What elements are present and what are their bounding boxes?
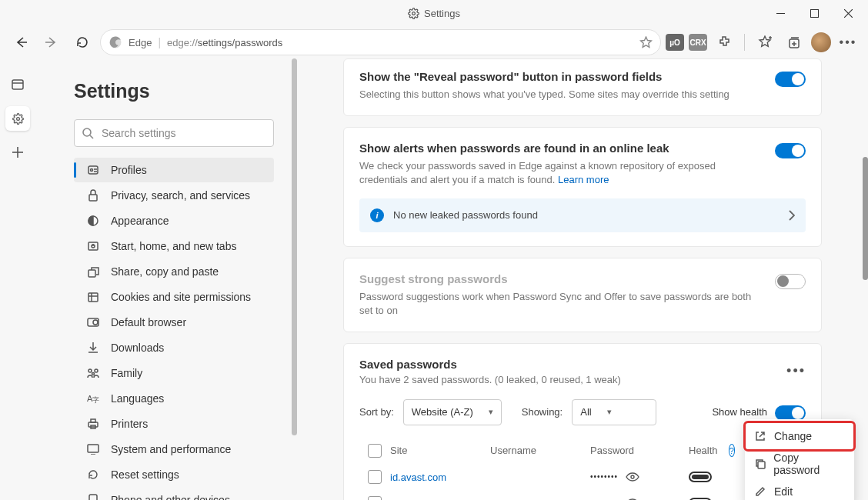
browser-icon — [86, 316, 100, 328]
lock-icon — [86, 189, 100, 202]
health-icon — [689, 472, 712, 482]
sidebar-heading: Settings — [74, 80, 274, 102]
tab-actions-button[interactable] — [5, 72, 30, 97]
tab-settings[interactable] — [5, 106, 30, 131]
svg-rect-39 — [88, 445, 98, 452]
content-scrollbar[interactable] — [863, 157, 868, 280]
address-label: Edge — [129, 37, 152, 48]
help-icon[interactable]: ? — [729, 444, 735, 457]
menu-change[interactable]: Change — [745, 422, 854, 450]
svg-point-43 — [631, 475, 634, 478]
menu-edit[interactable]: Edit — [745, 478, 854, 500]
sidebar-item-start[interactable]: Start, home, and new tabs — [74, 234, 274, 258]
cookie-icon — [86, 291, 100, 303]
refresh-button[interactable] — [69, 29, 95, 55]
learn-more-link[interactable]: Learn more — [558, 174, 609, 185]
sidebar-item-printers[interactable]: Printers — [74, 412, 274, 436]
show-health-toggle[interactable] — [775, 405, 806, 421]
edit-icon — [754, 486, 766, 497]
favorites-button[interactable] — [753, 30, 777, 55]
sidebar-item-phone[interactable]: Phone and other devices — [74, 488, 274, 500]
svg-rect-2 — [810, 9, 818, 17]
menu-copy-password[interactable]: Copy password — [745, 450, 854, 478]
ext-ublock-icon[interactable]: µO — [666, 34, 684, 51]
svg-point-31 — [88, 369, 92, 372]
sidebar-item-share[interactable]: Share, copy and paste — [74, 259, 274, 284]
suggest-title: Suggest strong passwords — [359, 272, 763, 285]
reset-icon — [86, 468, 100, 481]
showing-select[interactable]: All ▾ — [572, 399, 656, 425]
reveal-toggle[interactable] — [775, 72, 806, 87]
collections-button[interactable] — [782, 30, 806, 55]
sidebar-item-cookies[interactable]: Cookies and site permissions — [74, 285, 274, 309]
saved-more-button[interactable]: ••• — [786, 363, 806, 379]
eye-icon[interactable] — [626, 472, 639, 482]
saved-summary: You have 2 saved passwords. (0 leaked, 0… — [359, 374, 621, 385]
leak-banner[interactable]: i No new leaked passwords found — [359, 198, 806, 232]
suggest-toggle — [775, 274, 806, 289]
close-button[interactable] — [831, 0, 865, 26]
svg-point-0 — [412, 12, 416, 15]
svg-line-17 — [90, 135, 93, 138]
favorite-icon[interactable] — [639, 36, 653, 49]
row-checkbox[interactable] — [368, 496, 382, 500]
maximize-button[interactable] — [797, 0, 831, 26]
sort-select[interactable]: Website (A-Z) ▾ — [403, 399, 502, 425]
sidebar-item-system[interactable]: System and performance — [74, 437, 274, 462]
sidebar-item-downloads[interactable]: Downloads — [74, 335, 274, 360]
chevron-down-icon: ▾ — [607, 407, 612, 417]
printer-icon — [86, 418, 100, 430]
phone-icon — [86, 494, 100, 500]
svg-rect-1 — [776, 13, 785, 14]
toolbar: Edge | edge://settings/passwords µO CRX … — [0, 26, 868, 58]
svg-point-19 — [91, 169, 93, 172]
content-area: Show the "Reveal password" button in pas… — [297, 58, 868, 500]
new-tab-button[interactable] — [5, 140, 30, 165]
address-url: edge://settings/passwords — [167, 37, 282, 48]
leak-toggle[interactable] — [775, 143, 806, 158]
more-button[interactable]: ••• — [836, 30, 860, 55]
svg-rect-36 — [88, 422, 98, 427]
address-bar[interactable]: Edge | edge://settings/passwords — [100, 29, 661, 55]
extensions-button[interactable] — [712, 30, 736, 55]
forward-button[interactable] — [38, 29, 65, 55]
suggest-sub: Password suggestions work when Password … — [359, 290, 763, 318]
reveal-sub: Selecting this button shows what you've … — [359, 88, 763, 102]
sidebar-item-appearance[interactable]: Appearance — [74, 208, 274, 233]
context-menu: Change Copy password Edit — [745, 419, 854, 500]
info-icon: i — [370, 208, 384, 222]
row-checkbox[interactable] — [368, 470, 382, 484]
profile-icon — [86, 164, 100, 176]
svg-point-30 — [93, 320, 98, 325]
password-table: Site Username Password Health? id.avast.… — [359, 438, 806, 500]
sidebar-item-privacy[interactable]: Privacy, search, and services — [74, 183, 274, 208]
leak-title: Show alerts when passwords are found in … — [359, 142, 763, 155]
system-icon — [86, 444, 100, 455]
search-input[interactable]: Search settings — [74, 119, 274, 147]
svg-rect-11 — [12, 80, 23, 89]
search-icon — [82, 128, 94, 139]
window-title: Settings — [424, 8, 460, 19]
password-row: zenmarket.jp •••••••• — [359, 490, 806, 500]
sidebar-item-reset[interactable]: Reset settings — [74, 462, 274, 487]
leak-sub: We check your passwords saved in Edge ag… — [359, 159, 763, 187]
vertical-tab-strip — [0, 58, 35, 500]
edge-logo-icon — [108, 35, 122, 49]
profile-avatar[interactable] — [811, 32, 831, 52]
saved-title: Saved passwords — [359, 358, 621, 371]
sidebar-item-family[interactable]: Family — [74, 361, 274, 385]
back-button[interactable] — [8, 29, 34, 55]
svg-point-16 — [83, 128, 91, 136]
titlebar: Settings — [0, 0, 868, 26]
sidebar-item-default-browser[interactable]: Default browser — [74, 310, 274, 335]
select-all-checkbox[interactable] — [368, 444, 382, 458]
chevron-right-icon — [789, 210, 795, 221]
minimize-button[interactable] — [763, 0, 797, 26]
sidebar-item-languages[interactable]: A字Languages — [74, 386, 274, 411]
sidebar-scrollbar[interactable] — [292, 58, 297, 500]
ext-crx-icon[interactable]: CRX — [689, 34, 707, 51]
site-link[interactable]: id.avast.com — [390, 472, 446, 483]
reveal-title: Show the "Reveal password" button in pas… — [359, 70, 763, 83]
power-icon — [86, 240, 100, 252]
sidebar-item-profiles[interactable]: Profiles — [74, 158, 274, 182]
